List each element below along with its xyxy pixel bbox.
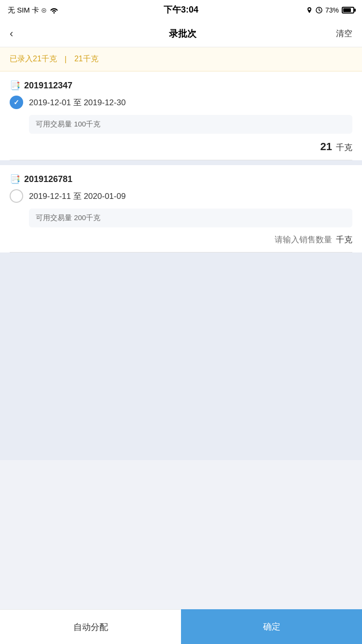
batch-id-1: 2019112347 (24, 81, 72, 91)
amount-value-1: 21 (320, 140, 332, 153)
batch-header-1: 📑 2019112347 (10, 80, 352, 91)
summary-label: 已录入21千克 (10, 54, 57, 64)
empty-area (0, 252, 362, 460)
confirm-button[interactable]: 确定 (181, 609, 362, 644)
batch-item-1: 📑 2019112347 2019-12-01 至 2019-12-30 可用交… (0, 71, 362, 134)
batch-date-1: 2019-12-01 至 2019-12-30 (29, 97, 125, 108)
location-icon (306, 7, 313, 14)
amount-unit-1: 千克 (336, 142, 352, 153)
batch-item-2: 📑 2019126781 2019-12-11 至 2020-01-09 可用交… (0, 165, 362, 227)
summary-divider: | (65, 55, 67, 64)
summary-bar: 已录入21千克 | 21千克 (0, 47, 362, 71)
status-time: 下午3:04 (164, 4, 198, 15)
avail-box-2: 可用交易量 200千克 (29, 209, 352, 227)
page-title: 录批次 (169, 28, 196, 40)
batch-card-1: 📑 2019112347 2019-12-01 至 2019-12-30 可用交… (0, 71, 362, 160)
batch-header-2: 📑 2019126781 (10, 174, 352, 184)
batch-card-2: 📑 2019126781 2019-12-11 至 2020-01-09 可用交… (0, 165, 362, 252)
back-button[interactable]: ‹ (10, 28, 29, 40)
status-left: 无 SIM 卡 ⊙ (8, 6, 58, 15)
batch-date-row-2: 2019-12-11 至 2020-01-09 (10, 189, 352, 203)
clear-button[interactable]: 清空 (336, 28, 352, 39)
amount-row-1: 21 千克 (0, 134, 362, 160)
radio-1[interactable] (10, 96, 23, 109)
batch-id-2: 2019126781 (24, 174, 72, 184)
battery-icon (342, 7, 354, 14)
status-right: 73% (306, 6, 354, 14)
wifi-icon (50, 7, 58, 14)
bottom-buttons: 自动分配 确定 (0, 609, 362, 644)
battery-percent: 73% (325, 6, 339, 14)
doc-icon-1: 📑 (10, 80, 20, 91)
section-separator (0, 160, 362, 165)
nav-bar: ‹ 录批次 清空 (0, 20, 362, 47)
auto-distribute-button[interactable]: 自动分配 (0, 609, 181, 644)
summary-value: 21千克 (74, 54, 98, 64)
qty-input-2[interactable] (255, 235, 332, 245)
input-row-2: 千克 (0, 227, 362, 252)
batch-date-row-1: 2019-12-01 至 2019-12-30 (10, 96, 352, 109)
batch-date-2: 2019-12-11 至 2020-01-09 (29, 191, 125, 202)
status-bar: 无 SIM 卡 ⊙ 下午3:04 73% (0, 0, 362, 20)
sim-label: 无 SIM 卡 ⊙ (8, 6, 47, 15)
doc-icon-2: 📑 (10, 174, 20, 184)
clock-icon (316, 7, 322, 14)
avail-box-1: 可用交易量 100千克 (29, 115, 352, 134)
input-unit-2: 千克 (336, 234, 352, 245)
radio-2[interactable] (10, 189, 23, 203)
